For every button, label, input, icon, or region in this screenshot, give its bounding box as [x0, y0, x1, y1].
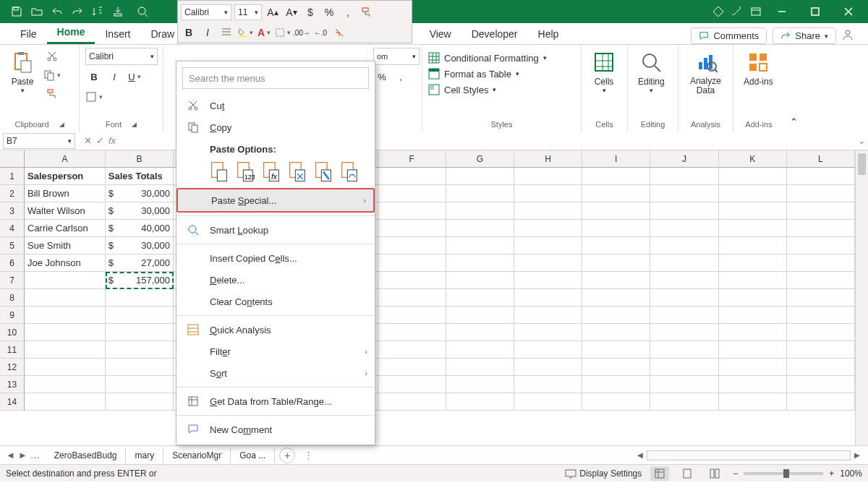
- cell[interactable]: $30,000: [106, 202, 174, 220]
- column-header[interactable]: H: [514, 150, 582, 168]
- cell[interactable]: [719, 202, 787, 220]
- font-launcher-icon[interactable]: ◢: [132, 121, 137, 128]
- cell[interactable]: [106, 393, 174, 411]
- cell[interactable]: [719, 341, 787, 359]
- cell[interactable]: [446, 289, 514, 307]
- italic-button[interactable]: I: [106, 68, 123, 85]
- cell[interactable]: $30,000: [106, 237, 174, 254]
- cell[interactable]: [650, 202, 718, 220]
- page-layout-view-icon[interactable]: [678, 466, 697, 481]
- cell[interactable]: [582, 376, 650, 393]
- cell[interactable]: [582, 341, 650, 359]
- cell[interactable]: [446, 237, 514, 254]
- paste-all-icon[interactable]: [210, 160, 229, 181]
- row-header[interactable]: 11: [0, 341, 25, 359]
- cell[interactable]: [514, 359, 582, 376]
- cell[interactable]: [514, 289, 582, 307]
- cell[interactable]: [514, 324, 582, 341]
- format-painter-icon[interactable]: [359, 4, 375, 20]
- menu-get-data[interactable]: Get Data from Table/Range...: [176, 390, 375, 412]
- cell[interactable]: [514, 220, 582, 237]
- cell[interactable]: [787, 272, 855, 289]
- cell[interactable]: [582, 254, 650, 272]
- column-header[interactable]: L: [787, 150, 855, 168]
- menu-sort[interactable]: Sort›: [176, 362, 375, 384]
- sheet-tab[interactable]: Goa ...: [231, 448, 275, 463]
- mini-font-combo[interactable]: Calibri▾: [181, 4, 231, 20]
- menu-insert-cells[interactable]: Insert Copied Cells...: [176, 247, 375, 269]
- sheet-tab[interactable]: ScenarioMgr: [163, 448, 231, 463]
- zoom-level[interactable]: 100%: [840, 468, 862, 479]
- cell[interactable]: [719, 359, 787, 376]
- sheet-tab[interactable]: ZeroBasedBudg: [46, 448, 127, 463]
- cell[interactable]: [650, 393, 718, 411]
- menu-paste-special[interactable]: Paste Special...›: [176, 188, 375, 213]
- cell[interactable]: [787, 237, 855, 254]
- expand-formula-icon[interactable]: ⌄: [855, 135, 868, 146]
- column-header[interactable]: A: [25, 150, 106, 168]
- undo-icon[interactable]: [48, 3, 67, 20]
- paste-values-icon[interactable]: 123: [236, 160, 255, 181]
- menu-quick-analysis[interactable]: Quick Analysis: [176, 319, 375, 341]
- cell[interactable]: [25, 393, 106, 411]
- cell[interactable]: [787, 185, 855, 202]
- cell[interactable]: [787, 376, 855, 393]
- column-header[interactable]: G: [446, 150, 514, 168]
- row-header[interactable]: 14: [0, 393, 25, 411]
- percent-button[interactable]: %: [373, 68, 391, 85]
- cancel-formula-icon[interactable]: ✕: [84, 135, 92, 146]
- cell[interactable]: [106, 324, 174, 341]
- underline-button[interactable]: U: [126, 68, 143, 85]
- column-header[interactable]: K: [719, 150, 787, 168]
- cell[interactable]: [787, 341, 855, 359]
- cell[interactable]: [787, 307, 855, 324]
- cell[interactable]: [582, 272, 650, 289]
- cell[interactable]: [650, 185, 718, 202]
- paste-button[interactable]: Paste▾: [6, 48, 39, 97]
- ribbon-display-icon[interactable]: [746, 3, 765, 20]
- increase-decimal-icon[interactable]: .00→: [294, 25, 310, 40]
- cell[interactable]: Bill Brown: [25, 185, 106, 202]
- search-icon[interactable]: [132, 6, 153, 17]
- account-icon[interactable]: [842, 29, 859, 43]
- currency-icon[interactable]: $: [302, 4, 318, 20]
- row-header[interactable]: 8: [0, 289, 25, 307]
- collapse-ribbon-icon[interactable]: ⌃: [784, 45, 803, 132]
- menu-copy[interactable]: Copy: [176, 116, 375, 138]
- comma-icon[interactable]: ,: [340, 4, 356, 20]
- cell[interactable]: [446, 168, 514, 185]
- format-as-table-button[interactable]: Format as Table▾: [428, 68, 519, 80]
- diamond-icon[interactable]: [709, 3, 728, 20]
- column-header[interactable]: J: [650, 150, 718, 168]
- row-header[interactable]: 10: [0, 324, 25, 341]
- cell[interactable]: [378, 185, 446, 202]
- cell[interactable]: [650, 254, 718, 272]
- cell[interactable]: [378, 202, 446, 220]
- cell[interactable]: [719, 324, 787, 341]
- cells-area[interactable]: ABCDEFGHIJKL SalespersonSales TotalsBill…: [25, 150, 855, 445]
- menu-clear-contents[interactable]: Clear Contents: [176, 291, 375, 312]
- cell[interactable]: [25, 376, 106, 393]
- cell[interactable]: [650, 376, 718, 393]
- cell[interactable]: [719, 168, 787, 185]
- cell[interactable]: [719, 289, 787, 307]
- cell[interactable]: [446, 324, 514, 341]
- cell[interactable]: [378, 289, 446, 307]
- cell[interactable]: [25, 341, 106, 359]
- row-header[interactable]: 7: [0, 272, 25, 289]
- row-header[interactable]: 5: [0, 237, 25, 254]
- cell[interactable]: [446, 307, 514, 324]
- cell[interactable]: [514, 237, 582, 254]
- cell[interactable]: [378, 254, 446, 272]
- cell[interactable]: [378, 307, 446, 324]
- wand-icon[interactable]: [728, 3, 746, 20]
- cell[interactable]: [719, 272, 787, 289]
- cell[interactable]: [650, 289, 718, 307]
- cell[interactable]: [650, 168, 718, 185]
- cell-styles-button[interactable]: Cell Styles▾: [428, 84, 496, 95]
- menu-filter[interactable]: Filter›: [176, 341, 375, 362]
- cell[interactable]: [719, 185, 787, 202]
- cell[interactable]: [106, 289, 174, 307]
- minimize-button[interactable]: [765, 0, 799, 23]
- menu-delete[interactable]: Delete...: [176, 269, 375, 291]
